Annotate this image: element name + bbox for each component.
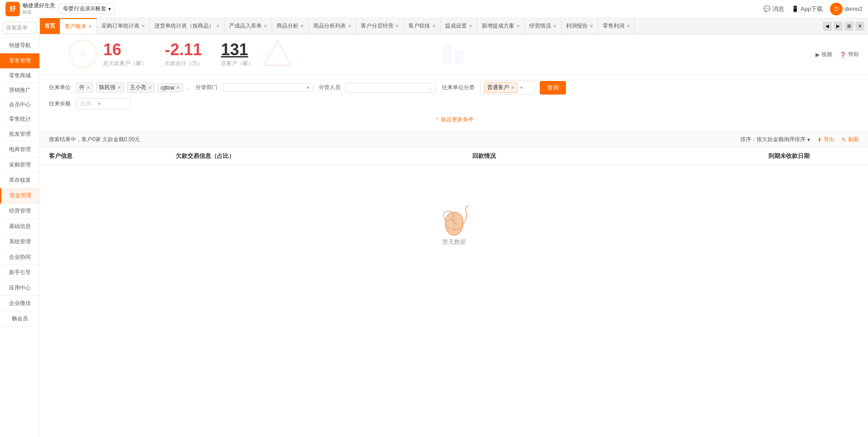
- sidebar-item-zijingl[interactable]: 资金管理: [0, 188, 39, 204]
- stat-debit-customers: 16 总欠款客户（家）: [49, 42, 165, 67]
- unit-tag-4-close[interactable]: ✕: [176, 85, 180, 90]
- col-header-customer: 客户信息: [49, 152, 176, 160]
- tab-jingyingqk[interactable]: 经营情况 ✕: [525, 18, 561, 34]
- tab-jinhbc[interactable]: 进货单统计表（按商品） ✕: [150, 18, 225, 34]
- sidebar-item-qiyewx[interactable]: 企业微信: [0, 296, 39, 311]
- tab-kehubk-close[interactable]: ✕: [88, 24, 92, 29]
- tab-home[interactable]: 首页: [40, 18, 60, 34]
- video-label: 视频: [821, 51, 832, 58]
- tab-kehufcjy-close[interactable]: ✕: [395, 24, 399, 28]
- stat-total-customers-value: 131: [221, 42, 248, 58]
- tab-chancrk[interactable]: 产成品入库单 ✕: [225, 18, 272, 34]
- tab-tichengss-label: 提成设置: [445, 22, 467, 30]
- sidebar-item-kucunhj[interactable]: 库存核算: [0, 173, 39, 188]
- tab-prev-btn[interactable]: ◀: [823, 22, 832, 31]
- sidebar-item-xitonggl[interactable]: 系统管理: [0, 234, 39, 250]
- sidebar-item-jichuxxi[interactable]: 基础信息: [0, 219, 39, 234]
- tab-next-btn[interactable]: ▶: [834, 22, 843, 31]
- tab-kehulx-close[interactable]: ✕: [432, 24, 436, 28]
- sidebar-item-lingshoj[interactable]: 零售统计: [0, 112, 39, 127]
- balance-select-placeholder: 选择...: [80, 100, 96, 108]
- tab-caigoudd-label: 采购订单统计表: [101, 22, 139, 30]
- tab-shangpfx-label: 商品分析: [277, 22, 298, 30]
- tab-jingyingqk-close[interactable]: ✕: [553, 24, 556, 28]
- sidebar-item-jingyingl[interactable]: 经营管理: [0, 204, 39, 219]
- chevron-down-icon: ▾: [108, 6, 111, 12]
- logo-title: 畅捷通好生意: [23, 2, 55, 9]
- tab-lingshouln-label: 零售利润: [603, 22, 624, 30]
- tab-xinzengtcfa[interactable]: 新增提成方案 ✕: [477, 18, 525, 34]
- tab-kehubk[interactable]: 客户账本 ✕: [60, 18, 97, 34]
- sidebar-item-dianshag[interactable]: 电商管理: [0, 142, 39, 157]
- message-btn[interactable]: 💬 消息: [763, 5, 784, 13]
- category-tag-close[interactable]: ✕: [511, 85, 514, 90]
- tab-chancrk-close[interactable]: ✕: [264, 24, 267, 28]
- tab-xinzengtcfa-close[interactable]: ✕: [516, 24, 520, 28]
- sort-select[interactable]: 排序：按欠款金额倒序排序 ▾: [740, 136, 810, 143]
- tab-tichengss-close[interactable]: ✕: [469, 24, 472, 28]
- tab-kehufcjy-label: 客户分层经营: [361, 22, 393, 30]
- logo-area: 好 畅捷通好生意 标版: [5, 2, 55, 16]
- sidebar-item-xinshouyj[interactable]: 新手引导: [0, 265, 39, 280]
- company-select[interactable]: 母婴行业演示帐套 ▾: [59, 4, 115, 14]
- tab-shangpfxlb-close[interactable]: ✕: [348, 24, 351, 28]
- user-area[interactable]: D demo2: [830, 3, 863, 15]
- video-btn[interactable]: ▶ 视频: [815, 51, 832, 58]
- balance-chevron-icon: ▾: [98, 101, 101, 106]
- tab-kehulx[interactable]: 客户联络 ✕: [404, 18, 441, 34]
- unit-tag-2-close[interactable]: ✕: [117, 85, 121, 90]
- collapse-btn[interactable]: ⌃ 收起更多条件: [49, 113, 859, 126]
- person-label: 分管人员: [319, 84, 340, 91]
- query-button[interactable]: 查询: [540, 81, 566, 95]
- sidebar-item-lingshoglr[interactable]: 零售管理: [0, 53, 39, 69]
- balance-select[interactable]: 选择... ▾: [76, 98, 130, 109]
- tab-caigoudd[interactable]: 采购订单统计表 ✕: [97, 18, 150, 34]
- tab-caigoudd-close[interactable]: ✕: [141, 24, 145, 28]
- tab-libaogg[interactable]: 利润报告 ✕: [561, 18, 598, 34]
- download-icon: 📱: [791, 5, 799, 12]
- help-btn[interactable]: ❓ 帮助: [839, 51, 859, 58]
- sidebar-item-caigougl[interactable]: 采购管理: [0, 157, 39, 173]
- tab-close-all-btn[interactable]: ✕: [855, 22, 864, 31]
- tab-lingshouln[interactable]: 零售利润 ✕: [598, 18, 635, 34]
- tab-bar-controls: ◀ ▶ ⊞ ✕: [823, 22, 868, 31]
- unit-tag-3-close[interactable]: ✕: [148, 85, 152, 90]
- category-select[interactable]: 普通客户 ✕ ▾: [480, 81, 534, 95]
- tab-shangpfx[interactable]: 商品分析 ✕: [272, 18, 309, 34]
- person-select[interactable]: ...: [346, 83, 436, 93]
- tab-shangpfx-close[interactable]: ✕: [300, 24, 304, 28]
- tab-lingshouln-close[interactable]: ✕: [626, 24, 630, 28]
- unit-label: 往来单位: [49, 84, 71, 91]
- stat-debit-customers-label: 总欠款客户（家）: [103, 60, 147, 67]
- sidebar-item-yingyongzx[interactable]: 应用中心: [0, 280, 39, 296]
- message-icon: 💬: [763, 5, 771, 12]
- unit-tag-1-close[interactable]: ✕: [86, 85, 90, 90]
- svg-point-11: [451, 218, 453, 220]
- sidebar-item-qiyexty[interactable]: 企业协同: [0, 250, 39, 265]
- tab-more-btn[interactable]: ⊞: [844, 22, 854, 31]
- sidebar-item-changhuiy[interactable]: 畅会员: [0, 311, 39, 327]
- person-more-icon[interactable]: ...: [428, 85, 432, 91]
- tab-shangpfxlb[interactable]: 商品分析列表 ✕: [309, 18, 356, 34]
- unit-tag-3-label: 王小亮: [130, 84, 146, 91]
- avatar: D: [830, 3, 843, 15]
- dept-select[interactable]: ▾: [223, 83, 313, 92]
- refresh-btn[interactable]: ↻ 刷新: [842, 136, 859, 143]
- stat-debit-total: -2.11 欠款合计（万）: [165, 42, 221, 67]
- unit-tags-more[interactable]: ...: [186, 85, 190, 91]
- tab-kehufcjy[interactable]: 客户分层经营 ✕: [356, 18, 404, 34]
- stat-total-customers: 131 总客户（家）: [221, 42, 272, 67]
- sidebar-search-button[interactable]: 搜索菜单: [3, 22, 37, 34]
- tab-libaogg-close[interactable]: ✕: [590, 24, 593, 28]
- tab-tichengss[interactable]: 提成设置 ✕: [441, 18, 477, 34]
- sidebar-item-huiyuanzx[interactable]: 会员中心: [0, 98, 39, 112]
- unit-tags: 仵 ✕ 陈民强 ✕ 王小亮 ✕ cjttcw ✕: [76, 82, 190, 93]
- export-btn[interactable]: ⬇ 导出: [817, 136, 834, 143]
- tab-jinhbc-close[interactable]: ✕: [216, 24, 220, 28]
- result-summary: 搜索结果中，客户0家 欠款金额0.00元: [49, 136, 140, 143]
- sidebar-item-lingshocheng[interactable]: 零售商城: [0, 69, 39, 83]
- sidebar-item-pifahuo[interactable]: 批发管理: [0, 127, 39, 142]
- sidebar-item-yxingtg[interactable]: 营销推广: [0, 83, 39, 98]
- app-download-btn[interactable]: 📱 App下载: [791, 5, 823, 13]
- sidebar-item-kuaijiedh[interactable]: 快捷导航: [0, 38, 39, 53]
